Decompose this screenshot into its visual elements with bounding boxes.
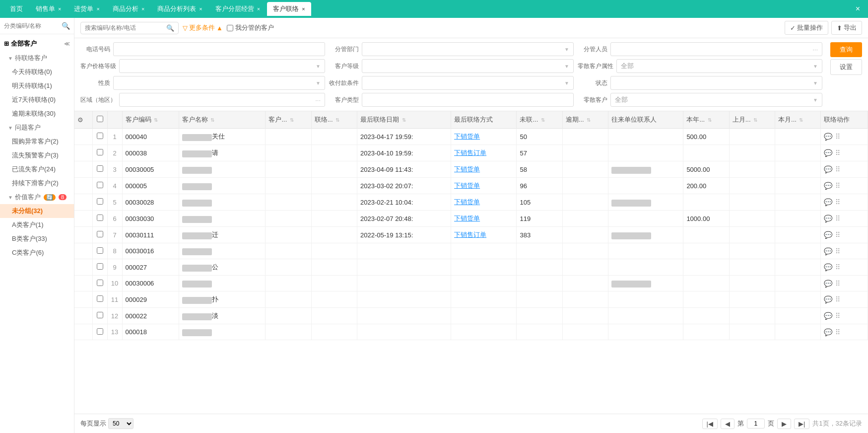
sidebar-item-declining[interactable]: 持续下滑客户(2) — [0, 176, 74, 190]
close-icon[interactable]: × — [96, 6, 99, 12]
message-icon[interactable]: 💬 — [824, 263, 832, 271]
per-page-select[interactable]: 50 10 20 100 — [108, 418, 134, 429]
col-code[interactable]: 客户编码 ⇅ — [122, 111, 179, 129]
tab-purchase[interactable]: 进货单 × — [68, 2, 105, 16]
row-checkbox[interactable] — [97, 149, 103, 155]
row-checkbox[interactable] — [97, 133, 103, 139]
message-icon[interactable]: 💬 — [824, 165, 832, 173]
tab-customer-segment[interactable]: 客户分层经营 × — [209, 2, 266, 16]
filter-retail-attr-select[interactable]: 全部 ▼ — [616, 59, 822, 73]
sidebar-group-pending[interactable]: ▼ 待联络客户 — [0, 51, 74, 65]
grid-action-icon[interactable]: ⠿ — [835, 312, 840, 320]
row-checkbox[interactable] — [97, 312, 103, 318]
col-settings[interactable]: ⚙ — [74, 111, 92, 129]
message-icon[interactable]: 💬 — [824, 198, 832, 206]
col-name[interactable]: 客户名称 ⇅ — [179, 111, 266, 129]
filter-nature-select[interactable]: ▼ — [113, 76, 325, 90]
filter-manager-select[interactable]: ··· — [610, 42, 822, 56]
search-input[interactable] — [85, 24, 164, 31]
contact-method-link[interactable]: 下销货单 — [454, 215, 480, 222]
row-checkbox[interactable] — [97, 328, 103, 335]
export-button[interactable]: ⬆ 导出 — [831, 21, 862, 35]
row-checkbox[interactable] — [97, 198, 103, 205]
close-icon[interactable]: × — [58, 6, 61, 12]
grid-action-icon[interactable]: ⠿ — [835, 328, 840, 336]
message-icon[interactable]: 💬 — [824, 280, 832, 288]
sidebar-item-overdue-pending[interactable]: 逾期未联络(30) — [0, 107, 74, 121]
filter-phone-input[interactable] — [113, 42, 325, 56]
message-icon[interactable]: 💬 — [824, 182, 832, 190]
grid-action-icon[interactable]: ⠿ — [835, 215, 840, 222]
message-icon[interactable]: 💬 — [824, 215, 832, 222]
grid-action-icon[interactable]: ⠿ — [835, 247, 840, 255]
row-checkbox[interactable] — [97, 280, 103, 286]
close-icon[interactable]: × — [141, 6, 144, 12]
grid-action-icon[interactable]: ⠿ — [835, 182, 840, 190]
col-last-contact-date[interactable]: 最后联络日期 ⇅ — [357, 111, 451, 129]
sidebar-item-churn-warning[interactable]: 流失预警客户(3) — [0, 148, 74, 162]
grid-action-icon[interactable]: ⠿ — [835, 280, 840, 288]
batch-ops-button[interactable]: ✓ 批量操作 — [785, 21, 828, 35]
contact-method-link[interactable]: 下销货单 — [454, 198, 480, 206]
search-icon[interactable]: 🔍 — [62, 22, 70, 30]
col-trade-contact[interactable]: 往来单位联系人 — [608, 111, 683, 129]
next-page-btn[interactable]: ▶ — [777, 419, 791, 429]
tab-product-analysis[interactable]: 商品分析 × — [107, 2, 150, 16]
page-input[interactable] — [747, 419, 765, 429]
col-overdue[interactable]: 逾期... ⇅ — [562, 111, 608, 129]
filter-customer-level-select[interactable]: ▼ — [362, 59, 574, 73]
contact-method-link[interactable]: 下销售订单 — [454, 149, 486, 156]
my-customer-check-input[interactable] — [227, 25, 233, 31]
sidebar-item-7days-pending[interactable]: 近7天待联络(0) — [0, 93, 74, 107]
tab-customer-contact[interactable]: 客户联络 × — [267, 2, 311, 16]
close-icon[interactable]: × — [257, 6, 260, 12]
filter-payment-select[interactable]: ▼ — [362, 76, 574, 90]
grid-action-icon[interactable]: ⠿ — [835, 149, 840, 157]
collapse-icon[interactable]: ≪ — [64, 41, 70, 47]
sidebar-item-abnormal[interactable]: 囤购异常客户(2) — [0, 135, 74, 148]
grid-action-icon[interactable]: ⠿ — [835, 263, 840, 271]
message-icon[interactable]: 💬 — [824, 328, 832, 336]
grid-action-icon[interactable]: ⠿ — [835, 198, 840, 206]
sidebar-search-input[interactable] — [4, 22, 60, 29]
filter-retail-select[interactable]: 全部 ▼ — [610, 93, 822, 107]
tab-product-analysis-list[interactable]: 商品分析列表 × — [151, 2, 208, 16]
select-all-checkbox[interactable] — [97, 116, 103, 122]
sidebar-item-b-class[interactable]: B类客户(33) — [0, 232, 74, 246]
close-icon[interactable]: × — [199, 6, 202, 12]
col-this-year[interactable]: 本年... ⇅ — [683, 111, 729, 129]
reset-button[interactable]: 设置 — [830, 59, 862, 75]
first-page-btn[interactable]: |◀ — [702, 419, 718, 429]
more-conditions-btn[interactable]: ▽ 更多条件 ▲ — [183, 23, 223, 32]
global-close-icon[interactable]: × — [852, 4, 864, 13]
sidebar-item-ungroups[interactable]: 未分组(32) — [0, 204, 74, 218]
row-checkbox[interactable] — [97, 231, 103, 237]
sidebar-item-a-class[interactable]: A类客户(1) — [0, 218, 74, 232]
filter-price-level-select[interactable]: ▼ — [119, 59, 325, 73]
row-checkbox[interactable] — [97, 247, 103, 254]
sidebar-item-tomorrow-pending[interactable]: 明天待联络(1) — [0, 79, 74, 93]
sidebar-item-today-pending[interactable]: 今天待联络(0) — [0, 65, 74, 79]
message-icon[interactable]: 💬 — [824, 247, 832, 255]
grid-action-icon[interactable]: ⠿ — [835, 295, 840, 303]
message-icon[interactable]: 💬 — [824, 312, 832, 320]
sidebar-item-churned[interactable]: 已流失客户(24) — [0, 162, 74, 176]
message-icon[interactable]: 💬 — [824, 295, 832, 303]
contact-method-link[interactable]: 下销货单 — [454, 182, 480, 189]
row-checkbox[interactable] — [97, 295, 103, 302]
sidebar-group-problem[interactable]: ▼ 问题客户 — [0, 121, 74, 135]
message-icon[interactable]: 💬 — [824, 231, 832, 239]
sidebar-item-c-class[interactable]: C类客户(6) — [0, 246, 74, 260]
row-checkbox[interactable] — [97, 165, 103, 172]
my-customer-checkbox[interactable]: 我分管的客户 — [227, 23, 274, 32]
close-icon[interactable]: × — [302, 6, 305, 12]
tab-home[interactable]: 首页 — [4, 2, 29, 16]
contact-method-link[interactable]: 下销售订单 — [454, 231, 486, 238]
filter-region-select[interactable]: ··· — [119, 93, 325, 107]
col-this-month[interactable]: 本月... ⇅ — [775, 111, 821, 129]
tab-sales[interactable]: 销售单 × — [30, 2, 67, 16]
col-checkbox[interactable] — [92, 111, 107, 129]
col-pending[interactable]: 未联... ⇅ — [517, 111, 562, 129]
filter-status-select[interactable]: ▼ — [610, 76, 822, 90]
filter-customer-type-select[interactable] — [362, 93, 574, 107]
